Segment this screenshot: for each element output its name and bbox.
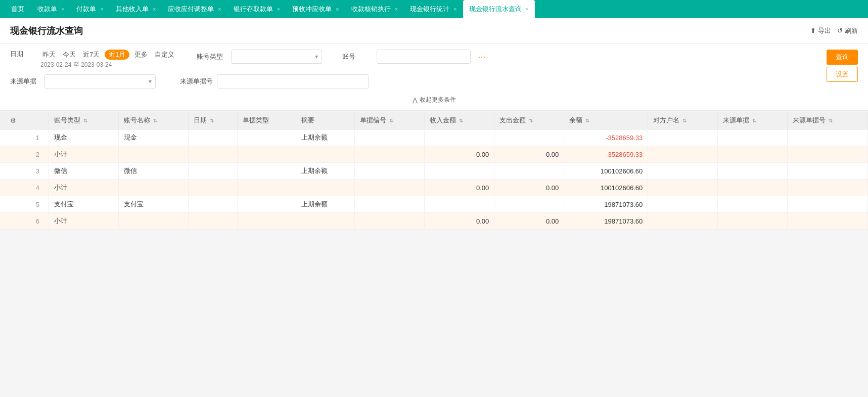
row-account-name: 微信: [119, 163, 189, 180]
row-doc-type: [237, 129, 296, 146]
row-balance: 19871073.60: [564, 196, 648, 213]
row-account-name: 支付宝: [119, 196, 189, 213]
row-index: 5: [26, 196, 49, 213]
row-date: [189, 180, 238, 196]
nav-home[interactable]: 首页: [4, 5, 31, 14]
row-summary: 上期余额: [296, 196, 355, 213]
row-account-type: 微信: [49, 163, 119, 180]
close-icon[interactable]: ×: [61, 0, 64, 18]
export-button[interactable]: ⬆ 导出: [810, 26, 831, 35]
row-index: 1: [26, 129, 49, 146]
th-balance[interactable]: 余额 ⇅: [564, 112, 648, 129]
table-row[interactable]: 1 现金 现金 上期余额 -3528659.33: [0, 129, 868, 146]
row-source-doc-no: [788, 129, 868, 146]
nav-tab-qtsr[interactable]: 其他收入单 ×: [110, 0, 162, 18]
nav-tab-xjyhtj[interactable]: 现金银行统计 ×: [404, 0, 463, 18]
nav-tab-skxs[interactable]: 收款核销执行 ×: [345, 0, 404, 18]
nav-tab-yhcq[interactable]: 银行存取款单 ×: [227, 0, 286, 18]
row-summary: [296, 146, 355, 163]
refresh-icon: ↺: [837, 27, 843, 34]
collapse-bar[interactable]: ⋀ 收起更多条件: [10, 94, 858, 106]
nav-tab-xjyhls[interactable]: 现金银行流水查询 ×: [463, 0, 535, 18]
date-option-more[interactable]: 更多: [132, 50, 150, 60]
th-counterpart[interactable]: 对方户名 ⇅: [648, 112, 718, 129]
refresh-label: 刷新: [845, 26, 858, 35]
account-type-select-wrapper: [231, 50, 322, 64]
close-icon[interactable]: ×: [526, 0, 529, 18]
query-button[interactable]: 查询: [827, 50, 858, 65]
row-income: 0.00: [425, 146, 494, 163]
row-index: 2: [26, 146, 49, 163]
row-summary: 上期余额: [296, 129, 355, 146]
th-account-type[interactable]: 账号类型 ⇅: [49, 112, 119, 129]
row-account-name: [119, 213, 189, 230]
close-icon[interactable]: ×: [336, 0, 339, 18]
row-doc-type: [237, 213, 296, 230]
table-row[interactable]: 5 支付宝 支付宝 上期余额 19871073.60: [0, 196, 868, 213]
row-source-doc-no: [788, 146, 868, 163]
th-doc-no[interactable]: 单据编号 ⇅: [355, 112, 425, 129]
export-icon: ⬆: [810, 27, 816, 34]
row-account-type: 小计: [49, 213, 119, 230]
nav-tab-shoukuandan[interactable]: 收款单 ×: [31, 0, 70, 18]
th-settings[interactable]: ⚙: [0, 112, 26, 129]
row-counterpart: [648, 129, 718, 146]
refresh-button[interactable]: ↺ 刷新: [837, 26, 858, 35]
account-input[interactable]: [377, 50, 471, 64]
table-row[interactable]: 3 微信 微信 上期余额 100102606.60: [0, 163, 868, 180]
account-type-select[interactable]: [231, 50, 322, 64]
table-row[interactable]: 4 小计 0.00 0.00 100102606.60: [0, 180, 868, 196]
row-index: 6: [26, 213, 49, 230]
close-icon[interactable]: ×: [153, 0, 156, 18]
row-settings-cell: [0, 163, 26, 180]
nav-tab-yschong[interactable]: 预收冲应收单 ×: [286, 0, 345, 18]
th-account-name[interactable]: 账号名称 ⇅: [119, 112, 189, 129]
date-option-today[interactable]: 今天: [61, 50, 78, 60]
row-source-doc: [718, 129, 788, 146]
nav-tab-ysyf[interactable]: 应收应付调整单 ×: [162, 0, 227, 18]
top-navigation: 首页 收款单 × 付款单 × 其他收入单 × 应收应付调整单 × 银行存取款单 …: [0, 0, 868, 18]
filter-buttons: 查询 设置: [827, 50, 858, 82]
nav-tab-label: 收款核销执行: [351, 0, 391, 18]
export-label: 导出: [818, 26, 831, 35]
close-icon[interactable]: ×: [218, 0, 221, 18]
date-option-7days[interactable]: 近7天: [81, 50, 102, 60]
row-balance: 100102606.60: [564, 180, 648, 196]
th-source-doc[interactable]: 来源单据 ⇅: [718, 112, 788, 129]
row-income: [425, 129, 494, 146]
row-counterpart: [648, 196, 718, 213]
table-row[interactable]: 6 小计 0.00 0.00 19871073.60: [0, 213, 868, 230]
th-date[interactable]: 日期 ⇅: [189, 112, 238, 129]
account-dots-btn[interactable]: ···: [475, 52, 488, 62]
th-income[interactable]: 收入金额 ⇅: [425, 112, 494, 129]
row-balance: -3528659.33: [564, 129, 648, 146]
source-doc-no-input[interactable]: [217, 74, 369, 89]
close-icon[interactable]: ×: [453, 0, 456, 18]
nav-tab-label: 预收冲应收单: [292, 0, 332, 18]
row-account-name: 现金: [119, 129, 189, 146]
th-source-doc-no[interactable]: 来源单据号 ⇅: [788, 112, 868, 129]
close-icon[interactable]: ×: [277, 0, 280, 18]
table-row[interactable]: 2 小计 0.00 0.00 -3528659.33: [0, 146, 868, 163]
date-range-display: 2023-02-24 至 2023-03-24: [40, 61, 176, 69]
date-option-custom[interactable]: 自定义: [153, 50, 176, 60]
row-summary: 上期余额: [296, 163, 355, 180]
source-doc-select[interactable]: [44, 74, 156, 89]
row-income: [425, 196, 494, 213]
th-expense[interactable]: 支出金额 ⇅: [494, 112, 564, 129]
close-icon[interactable]: ×: [100, 0, 103, 18]
row-income: 0.00: [425, 180, 494, 196]
nav-tab-fukuandan[interactable]: 付款单 ×: [70, 0, 109, 18]
row-balance: -3528659.33: [564, 146, 648, 163]
row-expense: 0.00: [494, 180, 564, 196]
row-counterpart: [648, 180, 718, 196]
date-option-yesterday[interactable]: 昨天: [40, 50, 58, 60]
date-option-1month[interactable]: 近1月: [105, 50, 129, 60]
settings-button[interactable]: 设置: [827, 67, 858, 82]
row-income: 0.00: [425, 213, 494, 230]
row-settings-cell: [0, 213, 26, 230]
row-account-type: 现金: [49, 129, 119, 146]
close-icon[interactable]: ×: [395, 0, 398, 18]
row-date: [189, 196, 238, 213]
row-settings-cell: [0, 180, 26, 196]
